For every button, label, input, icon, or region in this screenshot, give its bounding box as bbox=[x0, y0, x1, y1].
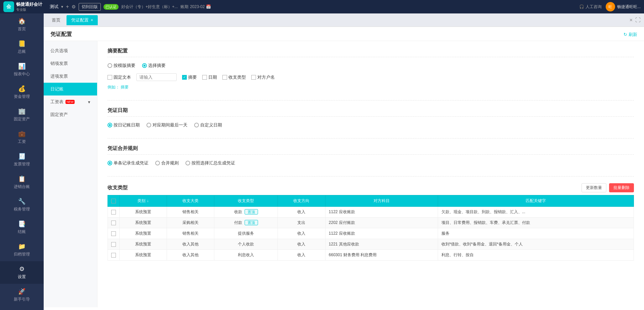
window-expand-icon[interactable]: ⛶ bbox=[635, 17, 641, 23]
sidebar-item-salary[interactable]: 💼 工资 bbox=[0, 126, 44, 149]
select-all-checkbox[interactable] bbox=[111, 199, 116, 203]
topbar-center: 测试 ▾ + ⚙ 切到旧版 已认证 好会计（专）+好生意（标）+... 账期 2… bbox=[50, 3, 576, 11]
sidebar-item-ledger[interactable]: 📒 总账 bbox=[0, 36, 44, 59]
row-checkbox[interactable] bbox=[111, 231, 116, 236]
ledger-icon: 📒 bbox=[18, 40, 26, 47]
checkbox-counterpart-name[interactable]: 对方户名 bbox=[251, 74, 275, 80]
td-major: 销售相关 bbox=[167, 228, 214, 239]
sidebar-item-reports[interactable]: 📊 报表中心 bbox=[0, 59, 44, 81]
row-checkbox[interactable] bbox=[111, 210, 116, 215]
sidebar-item-sales[interactable]: 📋 进销台账 bbox=[0, 171, 44, 194]
td-type: 付款 置顶 bbox=[214, 218, 278, 228]
left-nav: 公共选项 销项发票 进项发票 日记账 工资表 NEW ▾ bbox=[44, 41, 97, 307]
left-nav-public[interactable]: 公共选项 bbox=[44, 44, 97, 57]
table-row: 系统预置 采购相关 付款 置顶 支出 2202 应付账款 项目、日常费用、报销款… bbox=[108, 218, 634, 228]
sidebar-item-close[interactable]: 📑 结账 bbox=[0, 216, 44, 239]
row-checkbox[interactable] bbox=[111, 253, 116, 258]
row-checkbox[interactable] bbox=[111, 221, 116, 225]
left-nav-fixed-assets[interactable]: 固定资产 bbox=[44, 108, 97, 121]
left-nav-purchase-invoice[interactable]: 进项发票 bbox=[44, 70, 97, 83]
date-radio-group: 按日记账日期 对应期间最后一天 自定义日期 bbox=[108, 122, 634, 128]
gear-icon[interactable]: ⚙ bbox=[72, 4, 76, 9]
window-close-icon[interactable]: × bbox=[630, 17, 633, 23]
td-major: 收入其他 bbox=[167, 250, 214, 261]
switch-version-button[interactable]: 切到旧版 bbox=[79, 3, 101, 11]
settings-icon: ⚙ bbox=[19, 265, 25, 273]
radio-template-summary[interactable]: 按模版摘要 bbox=[108, 63, 135, 69]
sidebar-item-label: 进销台账 bbox=[14, 184, 30, 190]
td-type: 提供服务 bbox=[214, 228, 278, 239]
sidebar-item-vip[interactable]: 👑 畅会员 bbox=[0, 306, 44, 310]
sidebar-item-label: 工资 bbox=[18, 139, 26, 145]
checkbox-fixed-text[interactable]: 固定文本 bbox=[108, 74, 131, 80]
checkbox-box-fixed-text bbox=[108, 75, 112, 80]
content-area: 首页 凭证配置 × × ⛶ 凭证配置 ↻ 刷新 bbox=[44, 13, 644, 310]
td-direction: 收入 bbox=[278, 250, 325, 261]
sidebar-item-label: 设置 bbox=[18, 274, 26, 280]
period-label: 账期 2023-02 📅 bbox=[180, 4, 211, 10]
fixed-text-input[interactable] bbox=[136, 73, 177, 81]
radio-circle bbox=[108, 63, 112, 68]
radio-last-day[interactable]: 对应期间最后一天 bbox=[146, 122, 187, 128]
row-checkbox[interactable] bbox=[111, 242, 116, 247]
page-container: 凭证配置 ↻ 刷新 公共选项 销项发票 进项发票 bbox=[44, 27, 644, 310]
sidebar-item-label: 归档管理 bbox=[14, 251, 30, 257]
td-keywords: 欠款、现金、项目款、到款、报销款、汇入、... bbox=[438, 207, 634, 218]
radio-aggregate[interactable]: 按照选择汇总生成凭证 bbox=[185, 160, 235, 166]
batch-delete-button[interactable]: 批量删除 bbox=[609, 183, 634, 192]
sales-icon: 📋 bbox=[18, 175, 26, 183]
funds-icon: 💰 bbox=[18, 85, 26, 92]
td-subject: 1122 应收账款 bbox=[325, 228, 438, 239]
refresh-button[interactable]: ↻ 刷新 bbox=[624, 32, 637, 38]
td-checkbox bbox=[108, 228, 120, 239]
logo-line1: 畅捷通好会计 bbox=[16, 2, 42, 7]
calendar-icon[interactable]: 📅 bbox=[206, 4, 211, 9]
th-checkbox bbox=[108, 195, 120, 207]
checkbox-income-type[interactable]: 收支类型 bbox=[222, 74, 246, 80]
tab-home[interactable]: 首页 bbox=[47, 15, 65, 25]
td-category: 系统预置 bbox=[120, 250, 167, 261]
sidebar-item-assets[interactable]: 🏢 固定资产 bbox=[0, 104, 44, 126]
username-label: 畅捷通旺旺... bbox=[617, 4, 641, 10]
date-section-title: 凭证日期 bbox=[108, 107, 634, 117]
top-tag[interactable]: 置顶 bbox=[245, 220, 258, 225]
radio-select-summary[interactable]: 选择摘要 bbox=[142, 63, 166, 69]
sidebar-item-tax[interactable]: 🔧 税务管理 bbox=[0, 194, 44, 216]
left-nav-payroll[interactable]: 工资表 NEW ▾ bbox=[44, 95, 97, 108]
top-tag[interactable]: 置顶 bbox=[245, 209, 258, 215]
checkbox-summary[interactable]: ✓ 摘要 bbox=[182, 74, 197, 80]
summary-checkbox-row: 固定文本 ✓ 摘要 日期 bbox=[108, 73, 634, 81]
headset-icon: 🎧 bbox=[579, 4, 584, 9]
sidebar-item-home[interactable]: 🏠 首页 bbox=[0, 13, 44, 36]
table-header: 类别 ↓ 收支大类 收支类型 收支方向 对方科目 匹配关键字 bbox=[108, 195, 634, 207]
left-nav-sales-invoice[interactable]: 销项发票 bbox=[44, 57, 97, 70]
td-major: 采购相关 bbox=[167, 218, 214, 228]
main-layout: 🏠 首页 📒 总账 📊 报表中心 💰 资金管理 🏢 固定资产 💼 工资 🧾 发票… bbox=[0, 13, 644, 310]
section-divider-2 bbox=[108, 138, 634, 139]
sidebar-item-label: 首页 bbox=[18, 26, 26, 32]
radio-by-diary-date[interactable]: 按日记账日期 bbox=[108, 122, 140, 128]
radio-single-record[interactable]: 单条记录生成凭证 bbox=[108, 160, 148, 166]
tab-close-icon[interactable]: × bbox=[91, 18, 93, 23]
radio-merge-rules[interactable]: 合并规则 bbox=[155, 160, 179, 166]
service-button[interactable]: 🎧 人工咨询 bbox=[579, 4, 602, 10]
table-header-row: 收支类型 更新数量 批量删除 bbox=[108, 183, 634, 192]
checkbox-date[interactable]: 日期 bbox=[202, 74, 217, 80]
sidebar-item-guide[interactable]: 🚀 新手引导 bbox=[0, 284, 44, 306]
tab-voucher-config[interactable]: 凭证配置 × bbox=[67, 15, 98, 25]
update-count-button[interactable]: 更新数量 bbox=[582, 183, 606, 192]
table-actions: 更新数量 批量删除 bbox=[582, 183, 634, 192]
td-category: 系统预置 bbox=[120, 228, 167, 239]
sidebar-item-archive[interactable]: 📁 归档管理 bbox=[0, 239, 44, 261]
page-title: 凭证配置 bbox=[50, 31, 72, 38]
add-icon[interactable]: + bbox=[66, 4, 69, 10]
sidebar-item-funds[interactable]: 💰 资金管理 bbox=[0, 81, 44, 104]
window-controls: × ⛶ bbox=[630, 17, 641, 23]
config-content: 摘要配置 按模版摘要 选择摘要 bbox=[97, 41, 644, 307]
radio-custom-date[interactable]: 自定义日期 bbox=[194, 122, 222, 128]
sidebar-item-invoice[interactable]: 🧾 发票管理 bbox=[0, 149, 44, 171]
left-nav-diary[interactable]: 日记账 bbox=[44, 83, 97, 95]
dropdown-arrow-icon[interactable]: ▾ bbox=[61, 4, 63, 9]
summary-section: 摘要配置 按模版摘要 选择摘要 bbox=[108, 48, 634, 90]
sidebar-item-settings[interactable]: ⚙ 设置 bbox=[0, 261, 44, 284]
